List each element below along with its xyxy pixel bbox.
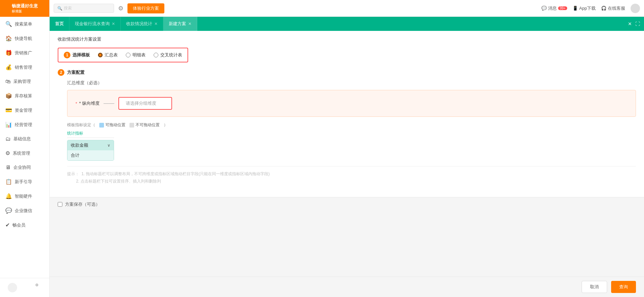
tab-new-plan-close-icon[interactable]: ✕ — [188, 21, 192, 26]
step1-badge: 1 — [64, 52, 70, 58]
window-close-icon[interactable]: ✕ — [628, 21, 632, 27]
sidebar-item-member[interactable]: ✔ 畅会员 — [0, 218, 49, 232]
sidebar-bottom: ⚙ — [0, 278, 49, 297]
main-area: 🔍 搜索 ⚙ 体验行业方案 💬 消息 99+ 📱 App下载 🎧 在线客服 首页 — [50, 0, 644, 297]
gear-icon: ⚙ — [5, 150, 10, 156]
app-label: App下载 — [579, 5, 596, 11]
sidebar-item-guide[interactable]: 📋 新手引导 — [0, 175, 49, 189]
sidebar-bottom-settings[interactable]: ⚙ — [25, 281, 50, 294]
chat-icon: 💬 — [5, 207, 12, 214]
draggable-label: 可拖动位置 — [105, 122, 125, 128]
sidebar-item-search[interactable]: 🔍 搜索菜单 — [0, 17, 49, 31]
sidebar-item-inventory[interactable]: 📦 库存核算 — [0, 89, 49, 103]
sidebar-item-management[interactable]: 📊 经营管理 — [0, 117, 49, 132]
step2-title: 方案配置 — [67, 69, 85, 76]
tab-home[interactable]: 首页 — [50, 17, 69, 31]
non-draggable-indicator — [129, 123, 134, 128]
app-icon: 📱 — [573, 6, 578, 11]
tab-bank[interactable]: 现金银行流水查询 ✕ — [69, 17, 121, 31]
sidebar: 畅捷通好生意 标准版 🔍 搜索菜单 🏠 快捷导航 🎁 营销推广 💰 销售管理 🛍… — [0, 0, 50, 297]
draggable-indicator — [99, 123, 104, 128]
sidebar-logo: 畅捷通好生意 标准版 — [0, 0, 49, 17]
sidebar-item-nav[interactable]: 🏠 快捷导航 — [0, 31, 49, 46]
radio-jiaocha[interactable]: 交叉统计表 — [154, 52, 182, 58]
step1-label-wrapper: 1 选择模板 — [64, 52, 90, 58]
cancel-button[interactable]: 取消 — [582, 281, 607, 293]
tab-bank-label: 现金银行流水查询 — [75, 21, 110, 27]
radio-mingxi-input[interactable] — [126, 53, 130, 57]
service-item[interactable]: 🎧 在线客服 — [601, 5, 625, 11]
tab-bank-close-icon[interactable]: ✕ — [112, 21, 115, 26]
app-download-item[interactable]: 📱 App下载 — [573, 5, 596, 11]
user-avatar[interactable] — [631, 4, 640, 13]
service-label: 在线客服 — [608, 5, 625, 11]
sidebar-bottom-user[interactable] — [0, 281, 25, 294]
sidebar-item-enterprise[interactable]: 🖥 企业协同 — [0, 160, 49, 175]
sidebar-item-wechat[interactable]: 💬 企业微信 — [0, 203, 49, 218]
radio-huizong-input[interactable] — [98, 53, 103, 57]
dimension-arrow: —— — [104, 100, 114, 106]
step1-header: 1 选择模板 汇总表 明细表 交叉统计表 — [58, 48, 636, 62]
window-expand-icon[interactable]: ⛶ — [635, 21, 640, 27]
tab-new-plan[interactable]: 新建方案 ✕ — [163, 17, 197, 31]
sidebar-item-hardware[interactable]: 🔔 智能硬件 — [0, 189, 49, 203]
tab-home-label: 首页 — [55, 21, 64, 27]
message-icon: 💬 — [541, 6, 547, 11]
radio-jiaocha-input[interactable] — [154, 53, 158, 57]
required-marker: * — [75, 101, 77, 106]
stats-card-header-label: 收款金额 — [71, 142, 88, 148]
indicator-title-close: ） — [164, 122, 168, 128]
dimension-select-button[interactable]: 请选择分组维度 — [118, 97, 172, 110]
template-select-box: 1 选择模板 汇总表 明细表 交叉统计表 — [58, 48, 188, 62]
tab-new-plan-label: 新建方案 — [169, 21, 186, 27]
query-button[interactable]: 查询 — [611, 281, 636, 293]
step2-section: 2 方案配置 汇总维度（必选） * * 纵向维度 —— 请选择分组维度 — [58, 69, 636, 185]
home-icon: 🏠 — [5, 35, 12, 42]
tab-collection[interactable]: 收款情况统计 ✕ — [121, 17, 163, 31]
box-icon: 📦 — [5, 93, 12, 99]
search-bar[interactable]: 🔍 搜索 — [54, 4, 114, 13]
tips-section: 提示： 1. 拖动标题栏可以调整布局，不可跨维度或指标区域拖动栏目字段(只能在同… — [67, 166, 636, 185]
gift-icon: 🎁 — [5, 50, 12, 56]
logo-sub: 标准版 — [12, 9, 38, 14]
radio-mingxi-label: 明细表 — [132, 52, 146, 58]
step1-section: 1 选择模板 汇总表 明细表 交叉统计表 — [58, 48, 636, 62]
bag-icon: 🛍 — [5, 79, 11, 85]
content-area: 收款情况统计方案设置 1 选择模板 汇总表 — [50, 31, 644, 277]
sidebar-item-sales[interactable]: 💰 销售管理 — [0, 60, 49, 75]
dimension-area: * * 纵向维度 —— 请选择分组维度 — [67, 90, 636, 117]
logo-text: 畅捷通好生意 — [12, 3, 38, 9]
stats-card-header[interactable]: 收款金额 ∨ — [67, 140, 114, 150]
radio-huizong[interactable]: 汇总表 — [98, 52, 118, 58]
tip2: 2. 点击标题栏下拉可设置排序、插入列和删除列 — [67, 178, 636, 185]
topbar-gear-icon[interactable]: ⚙ — [118, 5, 123, 12]
step2-header: 2 方案配置 — [58, 69, 636, 76]
monitor-icon: 🖥 — [5, 164, 11, 170]
sidebar-item-marketing[interactable]: 🎁 营销推广 — [0, 46, 49, 60]
topbar-right: 💬 消息 99+ 📱 App下载 🎧 在线客服 — [541, 4, 640, 13]
sidebar-item-purchase[interactable]: 🛍 采购管理 — [0, 75, 49, 89]
card-icon: 💳 — [5, 107, 12, 113]
radio-huizong-label: 汇总表 — [105, 52, 118, 58]
tab-collection-label: 收款情况统计 — [126, 21, 152, 27]
chart-icon: 📊 — [5, 121, 12, 128]
message-label: 消息 — [548, 5, 557, 11]
content-inner: 收款情况统计方案设置 1 选择模板 汇总表 — [50, 31, 644, 197]
sidebar-item-finance[interactable]: 💳 资金管理 — [0, 103, 49, 117]
save-checkbox[interactable] — [58, 202, 62, 207]
sidebar-item-basic-info[interactable]: 🗂 基础信息 — [0, 132, 49, 146]
message-item[interactable]: 💬 消息 99+ — [541, 5, 567, 11]
radio-mingxi[interactable]: 明细表 — [126, 52, 146, 58]
stats-card: 收款金额 ∨ 合计 — [67, 140, 114, 161]
message-badge: 99+ — [558, 6, 567, 10]
save-section: 方案保存（可选） — [50, 197, 644, 211]
stats-label: 统计指标 — [67, 131, 114, 138]
draggable-toggle: 可拖动位置 — [99, 122, 125, 128]
non-draggable-toggle: 不可拖动位置 — [129, 122, 160, 128]
sidebar-item-system[interactable]: ⚙ 系统管理 — [0, 146, 49, 160]
industry-btn[interactable]: 体验行业方案 — [127, 3, 164, 13]
topbar-search-icon: 🔍 — [57, 6, 62, 11]
clipboard-icon: 📋 — [5, 179, 12, 185]
topbar: 🔍 搜索 ⚙ 体验行业方案 💬 消息 99+ 📱 App下载 🎧 在线客服 — [50, 0, 644, 17]
tab-collection-close-icon[interactable]: ✕ — [154, 21, 158, 26]
